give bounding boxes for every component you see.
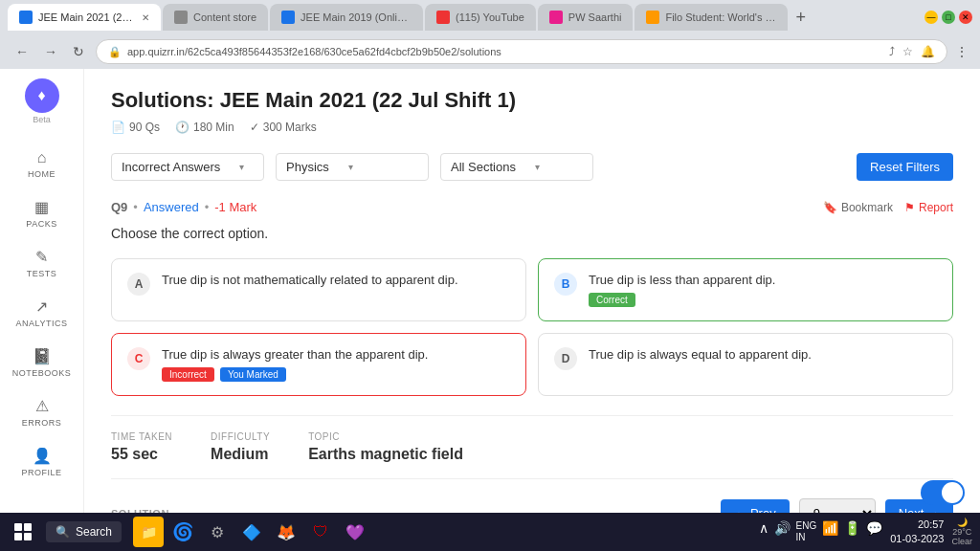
- stat-topic: TOPIC Earths magnetic field: [308, 431, 463, 463]
- sidebar-item-tests[interactable]: ✎ TESTS: [0, 238, 83, 288]
- sidebar-label-tests: TESTS: [27, 269, 57, 278]
- filter-incorrect-label: Incorrect Answers: [122, 160, 220, 174]
- flag-icon: ⚑: [904, 201, 915, 214]
- packs-icon: ▦: [34, 198, 49, 216]
- extensions-icon[interactable]: ⋮: [955, 44, 969, 59]
- minimize-button[interactable]: —: [924, 11, 938, 24]
- tab-favicon: [19, 11, 33, 24]
- filter-section[interactable]: All Sections ▾: [440, 153, 593, 181]
- option-b-text: True dip is less than apparent dip.: [589, 273, 775, 287]
- option-a-content: True dip is not mathematically related t…: [162, 273, 458, 287]
- filter-subject-label: Physics: [286, 160, 329, 174]
- toggle-thumb: [942, 482, 963, 503]
- answered-badge: Answered: [144, 200, 199, 214]
- analytics-icon: ↗: [35, 298, 48, 316]
- tab-content-store[interactable]: Content store: [163, 4, 268, 31]
- question-container: Q9 • Answered • -1 Mark 🔖 Bookmark ⚑ Rep…: [111, 200, 953, 513]
- close-button[interactable]: ✕: [959, 11, 972, 24]
- option-c-letter: C: [127, 347, 150, 370]
- option-c-text: True dip is always greater than the appa…: [162, 347, 428, 362]
- difficulty-value: Medium: [211, 446, 270, 463]
- option-d-letter: D: [554, 347, 577, 370]
- share-icon[interactable]: ⤴: [889, 45, 895, 58]
- topic-value: Earths magnetic field: [308, 446, 463, 463]
- notebooks-icon: 📓: [33, 347, 52, 365]
- document-icon: 📄: [111, 121, 125, 134]
- reload-button[interactable]: ↻: [69, 42, 88, 61]
- sidebar-item-packs[interactable]: ▦ PACKS: [0, 188, 83, 238]
- tab-favicon: [436, 11, 450, 24]
- filter-subject[interactable]: Physics ▾: [276, 153, 429, 181]
- stat-time: TIME TAKEN 55 sec: [111, 431, 172, 463]
- report-button[interactable]: ⚑ Report: [904, 201, 953, 214]
- option-c-content: True dip is always greater than the appa…: [162, 347, 428, 382]
- dot-separator: •: [205, 200, 210, 214]
- tab-filo[interactable]: Filo Student: World's Only Live ...: [635, 4, 788, 31]
- tab-label: PW Saarthi: [568, 11, 622, 23]
- sidebar-item-profile[interactable]: 👤 PROFILE: [0, 437, 83, 487]
- sidebar-item-home[interactable]: ⌂ HOME: [0, 140, 83, 188]
- chevron-down-icon: ▾: [348, 162, 353, 172]
- prev-button[interactable]: ← Prev: [721, 499, 789, 513]
- reset-filters-button[interactable]: Reset Filters: [857, 153, 953, 181]
- tab-favicon: [174, 11, 188, 24]
- toggle-container[interactable]: [921, 480, 965, 505]
- check-icon: ✓: [250, 121, 259, 134]
- tests-icon: ✎: [35, 248, 48, 266]
- errors-icon: ⚠: [35, 397, 49, 415]
- forward-button[interactable]: →: [40, 42, 61, 61]
- logo: ♦ Beta: [25, 78, 59, 124]
- url-text: app.quizrr.in/62c5ca493f85644353f2e168/6…: [127, 46, 501, 57]
- profile-icon: 👤: [33, 447, 52, 465]
- solution-nav: SOLUTION ← Prev 9 1234 5678 10 Next →: [111, 498, 953, 513]
- tab-label: Filo Student: World's Only Live ...: [665, 11, 776, 23]
- toggle-switch[interactable]: [921, 480, 965, 505]
- option-b-content: True dip is less than apparent dip. Corr…: [589, 273, 775, 307]
- question-actions: 🔖 Bookmark ⚑ Report: [823, 201, 953, 214]
- sidebar-label-notebooks: NOTEBOOKS: [12, 368, 72, 378]
- tab-pw-saarthi[interactable]: PW Saarthi: [538, 4, 634, 31]
- option-a-text: True dip is not mathematically related t…: [162, 273, 458, 287]
- sidebar: ♦ Beta ⌂ HOME ▦ PACKS ✎ TESTS ↗ ANALYTIC…: [0, 69, 84, 513]
- page-title: Solutions: JEE Main 2021 (22 Jul Shift 1…: [111, 88, 953, 113]
- meta-time: 🕐 180 Min: [175, 121, 234, 134]
- back-button[interactable]: ←: [11, 42, 33, 61]
- question-header: Q9 • Answered • -1 Mark 🔖 Bookmark ⚑ Rep…: [111, 200, 953, 214]
- sidebar-item-errors[interactable]: ⚠ ERRORS: [0, 387, 83, 437]
- sidebar-item-notebooks[interactable]: 📓 NOTEBOOKS: [0, 338, 83, 387]
- bookmark-button[interactable]: 🔖 Bookmark: [823, 201, 893, 214]
- filter-incorrect[interactable]: Incorrect Answers ▾: [111, 153, 264, 181]
- tab-favicon: [549, 11, 563, 24]
- tab-active[interactable]: JEE Main 2021 (22 Jul Shift 1 ✕: [8, 4, 161, 31]
- url-bar[interactable]: 🔒 app.quizrr.in/62c5ca493f85644353f2e168…: [96, 39, 947, 64]
- option-c-badges: Incorrect You Marked: [162, 367, 428, 382]
- chevron-down-icon: ▾: [535, 162, 540, 172]
- tab-youtube[interactable]: (115) YouTube: [425, 4, 536, 31]
- dot-separator: •: [133, 200, 138, 214]
- clock-icon: 🕐: [175, 121, 189, 134]
- bookmark-icon: 🔖: [823, 201, 837, 214]
- filters-bar: Incorrect Answers ▾ Physics ▾ All Sectio…: [111, 153, 953, 181]
- stats-row: TIME TAKEN 55 sec DIFFICULTY Medium TOPI…: [111, 415, 953, 479]
- sidebar-label-analytics: ANALYTICS: [16, 319, 68, 328]
- difficulty-label: DIFFICULTY: [211, 431, 270, 442]
- bookmark-star-icon[interactable]: ☆: [902, 45, 913, 58]
- mark-badge: -1 Mark: [214, 200, 256, 214]
- sidebar-label-errors: ERRORS: [22, 418, 62, 428]
- home-icon: ⌂: [37, 149, 47, 166]
- option-d-text: True dip is always equal to apparent dip…: [589, 347, 812, 362]
- tab-jee-2019[interactable]: JEE Main 2019 (Online) 8th Apr...: [270, 4, 423, 31]
- option-b: B True dip is less than apparent dip. Co…: [538, 258, 953, 321]
- tab-label: Content store: [193, 11, 256, 23]
- page-select[interactable]: 9 1234 5678 10: [799, 498, 876, 513]
- sidebar-item-analytics[interactable]: ↗ ANALYTICS: [0, 288, 83, 338]
- question-text: Choose the correct option.: [111, 226, 953, 241]
- sidebar-label-profile: PROFILE: [21, 468, 61, 477]
- tab-close-icon[interactable]: ✕: [142, 12, 149, 23]
- maximize-button[interactable]: □: [942, 11, 955, 24]
- incorrect-badge: Incorrect: [162, 367, 214, 382]
- new-tab-button[interactable]: +: [790, 8, 812, 28]
- meta-marks: ✓ 300 Marks: [250, 121, 317, 134]
- option-c: C True dip is always greater than the ap…: [111, 333, 526, 396]
- tab-favicon: [646, 11, 659, 24]
